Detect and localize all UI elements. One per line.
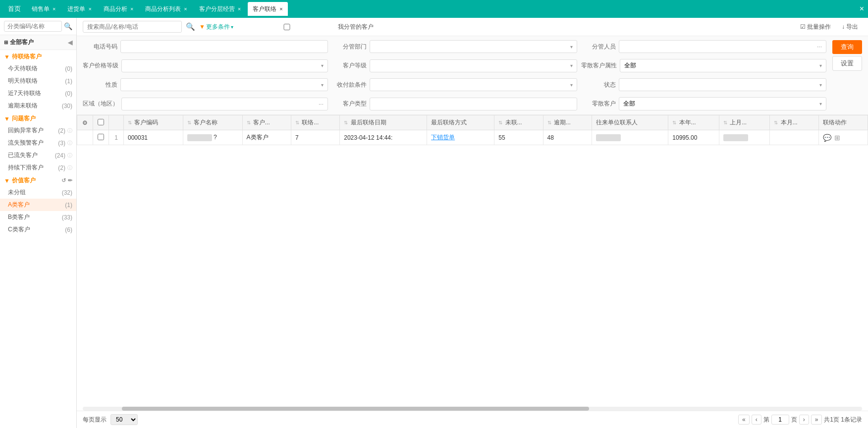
qr-icon[interactable]: ⊞ xyxy=(834,134,840,142)
close-tab-product-list[interactable]: × xyxy=(184,6,187,12)
last-contact-method-cell: 下销货单 xyxy=(427,130,494,145)
payment-dropdown[interactable]: ▾ xyxy=(370,78,577,91)
person-input[interactable]: ··· xyxy=(619,40,826,53)
unit-contact-header[interactable]: 往来单位联系人 xyxy=(592,115,668,130)
nav-tab-customer-tier[interactable]: 客户分层经营 × xyxy=(194,2,246,16)
horizontal-scrollbar[interactable] xyxy=(83,407,862,411)
chevron-down-icon-payment: ▾ xyxy=(570,82,573,88)
code-header[interactable]: ⇅ 客户编码 xyxy=(124,115,183,130)
top-actions: ☑ 批量操作 ↓ 导出 xyxy=(796,21,862,33)
last-month-header[interactable]: ⇅ 上月... xyxy=(719,115,769,130)
customer-name-blurred xyxy=(187,134,212,141)
close-window-button[interactable]: × xyxy=(860,4,864,13)
sidebar-item-c-class[interactable]: C类客户 (6) xyxy=(0,223,76,236)
nav-home[interactable]: 首页 xyxy=(4,4,25,13)
no-contact-header[interactable]: ⇅ 未联... xyxy=(494,115,543,130)
search-input[interactable] xyxy=(83,21,182,33)
nav-tab-product-list[interactable]: 商品分析列表 × xyxy=(140,2,192,16)
contact-header[interactable]: ⇅ 联络... xyxy=(291,115,339,130)
advanced-filter-panel: 电话号码 分管部门 ▾ 分管人员 xyxy=(77,36,868,115)
row-checkbox-cell[interactable] xyxy=(93,130,109,145)
nav-tab-sales[interactable]: 销售单 × xyxy=(27,2,60,16)
phone-input[interactable] xyxy=(120,40,328,53)
edit-icon[interactable]: ✏ xyxy=(68,177,72,184)
checkbox-column-header[interactable] xyxy=(93,115,109,130)
value-group-title[interactable]: ▼ 价值客户 ↺ ✏ xyxy=(0,174,76,186)
sidebar-item-churn-warn[interactable]: 流失预警客户 (3) ⓘ xyxy=(0,137,76,149)
select-all-checkbox[interactable] xyxy=(98,119,104,125)
this-month-header[interactable]: ⇅ 本月... xyxy=(770,115,818,130)
my-customers-checkbox[interactable] xyxy=(237,24,336,30)
status-dropdown[interactable]: ▾ xyxy=(619,78,826,91)
close-tab-purchase[interactable]: × xyxy=(88,6,91,12)
sidebar-item-7day-contact[interactable]: 近7天待联络 (0) xyxy=(0,87,76,100)
first-page-button[interactable]: « xyxy=(738,415,750,425)
sidebar-search-icon[interactable]: 🔍 xyxy=(64,22,72,30)
collapse-icon[interactable]: ◀ xyxy=(68,39,72,46)
overdue-header[interactable]: ⇅ 逾期... xyxy=(543,115,592,130)
customer-grade-cell: A类客户 xyxy=(242,130,291,145)
price-grade-field: 客户价格等级 ▾ xyxy=(83,59,328,72)
last-contact-method-link[interactable]: 下销货单 xyxy=(431,134,455,141)
contact-group-title[interactable]: ▼ 待联络客户 xyxy=(0,50,76,62)
customer-type-input[interactable] xyxy=(370,98,577,110)
customer-grade-dropdown[interactable]: ▾ xyxy=(370,59,577,72)
all-customers-header[interactable]: ⊞ 全部客户 ◀ xyxy=(0,35,76,50)
sort-icon: ⇅ xyxy=(128,120,132,125)
this-year-header[interactable]: ⇅ 本年... xyxy=(668,115,719,130)
dept-label: 分管部门 xyxy=(332,43,367,51)
last-contact-method-header[interactable]: 最后联络方式 xyxy=(427,115,494,130)
dept-dropdown[interactable]: ▾ xyxy=(370,40,577,53)
last-page-button[interactable]: » xyxy=(811,415,822,425)
sort-icon-year: ⇅ xyxy=(672,120,676,125)
last-month-amount-cell xyxy=(719,130,769,145)
chat-icon[interactable]: 💬 xyxy=(823,134,831,142)
nav-tab-product-analysis[interactable]: 商品分析 × xyxy=(99,2,138,16)
sidebar-item-overdue-contact[interactable]: 逾期未联络 (30) xyxy=(0,100,76,112)
sidebar-item-b-class[interactable]: B类客户 (33) xyxy=(0,211,76,223)
gear-icon[interactable]: ⚙ xyxy=(82,119,88,126)
customer-code-cell: 000031 xyxy=(124,130,183,145)
sidebar-item-unclassified[interactable]: 未分组 (32) xyxy=(0,186,76,199)
sort-icon-this-month: ⇅ xyxy=(774,120,778,125)
close-tab-customer-tier[interactable]: × xyxy=(238,6,241,12)
sidebar-item-a-class[interactable]: A类客户 (1) xyxy=(0,199,76,211)
name-header[interactable]: ⇅ 客户名称 xyxy=(183,115,242,130)
sidebar-item-abnormal[interactable]: 回购异常客户 (2) ⓘ xyxy=(0,124,76,137)
close-tab-product-analysis[interactable]: × xyxy=(130,6,133,12)
sort-icon-overdue: ⇅ xyxy=(547,120,551,125)
this-month-amount-cell xyxy=(770,130,818,145)
more-conditions-btn[interactable]: ▼ 更多条件 ▾ xyxy=(199,23,233,31)
per-page-select[interactable]: 50 100 200 xyxy=(110,414,138,425)
next-page-button[interactable]: › xyxy=(799,415,809,425)
sidebar-item-today-contact[interactable]: 今天待联络 (0) xyxy=(0,62,76,75)
grade-header[interactable]: ⇅ 客户... xyxy=(242,115,291,130)
row-checkbox[interactable] xyxy=(98,134,104,140)
refresh-icon[interactable]: ↺ xyxy=(61,177,66,184)
problem-group-title[interactable]: ▼ 问题客户 xyxy=(0,112,76,124)
sidebar-search-input[interactable] xyxy=(4,21,62,32)
close-tab-customer-contact[interactable]: × xyxy=(279,6,282,12)
filter-search-icon[interactable]: 🔍 xyxy=(186,22,195,31)
close-tab-sales[interactable]: × xyxy=(53,6,55,12)
retail-attr-dropdown[interactable]: 全部 ▾ xyxy=(620,59,826,72)
sidebar-item-declining[interactable]: 持续下滑客户 (2) ⓘ xyxy=(0,161,76,174)
nav-tab-customer-contact[interactable]: 客户联络 × xyxy=(248,2,287,16)
price-grade-dropdown[interactable]: ▾ xyxy=(121,59,328,72)
sidebar-item-churned[interactable]: 已流失客户 (24) ⓘ xyxy=(0,149,76,161)
retail-customer-dropdown[interactable]: 全部 ▾ xyxy=(619,97,826,110)
gear-column-header[interactable]: ⚙ xyxy=(77,115,93,130)
last-contact-date-header[interactable]: ⇅ 最后联络日期 xyxy=(340,115,427,130)
search-button[interactable]: 查询 xyxy=(832,40,862,54)
sidebar-item-tomorrow-contact[interactable]: 明天待联络 (1) xyxy=(0,75,76,87)
ellipsis-icon-person[interactable]: ··· xyxy=(817,43,822,50)
page-number-input[interactable] xyxy=(771,415,789,425)
region-input[interactable]: ··· xyxy=(121,98,328,110)
ellipsis-icon-region[interactable]: ··· xyxy=(319,101,324,107)
nature-dropdown[interactable]: ▾ xyxy=(120,78,328,91)
nav-tab-purchase[interactable]: 进货单 × xyxy=(62,2,96,16)
batch-operation-button[interactable]: ☑ 批量操作 xyxy=(796,21,835,33)
prev-page-button[interactable]: ‹ xyxy=(752,415,761,425)
export-button[interactable]: ↓ 导出 xyxy=(838,21,862,33)
settings-button[interactable]: 设置 xyxy=(832,56,862,71)
